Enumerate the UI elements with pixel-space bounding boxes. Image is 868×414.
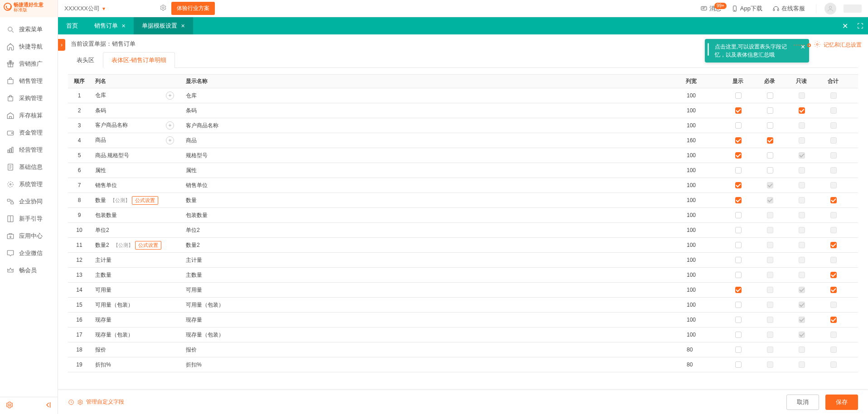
chk-show[interactable] [735, 122, 742, 129]
close-all-tabs-button[interactable]: ✕ [837, 22, 853, 30]
row-width-input[interactable] [686, 316, 713, 323]
company-settings-icon[interactable] [160, 4, 167, 13]
row-display-name[interactable]: 折扣% [186, 361, 202, 368]
row-width-input[interactable] [686, 226, 713, 234]
sidebar-item-14[interactable]: 畅会员 [0, 262, 58, 279]
chk-show[interactable] [735, 242, 742, 248]
subtab-1[interactable]: 表体区-销售订单明细 [103, 52, 175, 68]
row-display-name[interactable]: 现存量（包装） [186, 332, 224, 338]
row-width-input[interactable] [686, 256, 713, 264]
sidebar-item-10[interactable]: 企业协同 [0, 193, 58, 210]
sidebar-item-1[interactable]: 快捷导航 [0, 38, 58, 55]
row-display-name[interactable]: 属性 [186, 167, 197, 173]
row-display-name[interactable]: 条码 [186, 107, 197, 114]
context-expand-handle[interactable]: › [58, 39, 65, 51]
row-width-input[interactable] [686, 331, 713, 338]
row-display-name[interactable]: 客户商品名称 [186, 122, 218, 129]
chk-required[interactable] [767, 152, 773, 159]
chk-readonly[interactable] [799, 107, 805, 114]
chk-sum[interactable] [830, 197, 837, 203]
row-width-input[interactable] [686, 361, 713, 368]
add-column-icon[interactable]: + [166, 121, 174, 130]
company-selector[interactable]: XXXXXX公司 ▾ [64, 5, 155, 13]
chk-show[interactable] [735, 167, 742, 173]
row-width-input[interactable] [686, 122, 713, 129]
row-display-name[interactable]: 销售单位 [186, 182, 208, 188]
tab-2[interactable]: 单据模板设置✕ [134, 17, 193, 34]
chk-show[interactable] [735, 347, 742, 353]
chk-show[interactable] [735, 302, 742, 308]
subtab-0[interactable]: 表头区 [68, 52, 103, 68]
formula-settings-link[interactable]: 公式设置 [135, 241, 161, 250]
row-display-name[interactable]: 数量 [186, 197, 197, 203]
chk-show[interactable] [735, 332, 742, 338]
chk-show[interactable] [735, 137, 742, 144]
chk-show[interactable] [735, 272, 742, 278]
row-width-input[interactable] [686, 212, 713, 219]
user-avatar[interactable] [824, 3, 836, 14]
row-width-input[interactable] [686, 107, 713, 114]
row-display-name[interactable]: 可用量（包装） [186, 302, 224, 308]
sidebar-item-11[interactable]: 新手引导 [0, 210, 58, 227]
row-width-input[interactable] [686, 241, 713, 249]
formula-settings-link[interactable]: 公式设置 [132, 196, 158, 205]
sidebar-item-0[interactable]: 搜索菜单 [0, 21, 58, 38]
row-width-input[interactable] [686, 271, 713, 279]
collapse-sidebar-icon[interactable] [44, 401, 52, 410]
row-display-name[interactable]: 规格型号 [186, 152, 208, 159]
row-display-name[interactable]: 包装数量 [186, 212, 208, 218]
chk-show[interactable] [735, 92, 742, 99]
memory-settings-link[interactable]: 记忆和汇总设置 [794, 41, 862, 49]
chk-sum[interactable] [830, 287, 837, 293]
chk-required[interactable] [767, 122, 773, 129]
sidebar-item-3[interactable]: 销售管理 [0, 72, 58, 90]
add-column-icon[interactable]: + [166, 91, 174, 100]
chk-show[interactable] [735, 361, 742, 368]
row-width-input[interactable] [686, 92, 713, 99]
sidebar-item-13[interactable]: 企业微信 [0, 245, 58, 262]
chk-required[interactable] [767, 137, 773, 144]
row-display-name[interactable]: 数量2 [186, 242, 200, 248]
tab-close-icon[interactable]: ✕ [181, 23, 185, 29]
row-width-input[interactable] [686, 346, 713, 353]
row-width-input[interactable] [686, 152, 713, 159]
manage-custom-fields-link[interactable]: 管理自定义字段 [68, 398, 124, 406]
chk-required[interactable] [767, 92, 773, 99]
app-download-button[interactable]: App下载 [728, 5, 765, 13]
chk-sum[interactable] [830, 272, 837, 278]
tab-0[interactable]: 首页 [58, 17, 86, 34]
sidebar-item-2[interactable]: 营销推广 [0, 55, 58, 72]
row-display-name[interactable]: 主数量 [186, 272, 202, 278]
user-name-placeholder[interactable] [844, 5, 862, 13]
sidebar-item-8[interactable]: 基础信息 [0, 159, 58, 176]
chk-show[interactable] [735, 287, 742, 293]
trial-plan-button[interactable]: 体验行业方案 [171, 2, 215, 15]
save-button[interactable]: 保存 [825, 395, 858, 410]
chk-show[interactable] [735, 107, 742, 114]
chk-show[interactable] [735, 317, 742, 323]
row-width-input[interactable] [686, 167, 713, 174]
chk-show[interactable] [735, 182, 742, 188]
cancel-button[interactable]: 取消 [786, 395, 819, 410]
settings-gear-icon[interactable] [5, 401, 14, 410]
sidebar-item-7[interactable]: 经营管理 [0, 141, 58, 159]
row-display-name[interactable]: 单位2 [186, 227, 200, 233]
add-column-icon[interactable]: + [166, 136, 174, 144]
sidebar-item-4[interactable]: 采购管理 [0, 90, 58, 107]
row-width-input[interactable] [686, 137, 713, 144]
row-display-name[interactable]: 仓库 [186, 92, 197, 99]
row-display-name[interactable]: 现存量 [186, 317, 202, 323]
chk-show[interactable] [735, 227, 742, 233]
chk-required[interactable] [767, 107, 773, 114]
row-width-input[interactable] [686, 182, 713, 189]
chk-sum[interactable] [830, 242, 837, 248]
row-width-input[interactable] [686, 301, 713, 308]
chk-show[interactable] [735, 152, 742, 159]
row-display-name[interactable]: 主计量 [186, 257, 202, 263]
row-display-name[interactable]: 商品 [186, 137, 197, 144]
chk-show[interactable] [735, 257, 742, 263]
chk-show[interactable] [735, 197, 742, 203]
chk-sum[interactable] [830, 317, 837, 323]
fullscreen-button[interactable] [853, 22, 868, 29]
row-width-input[interactable] [686, 286, 713, 294]
